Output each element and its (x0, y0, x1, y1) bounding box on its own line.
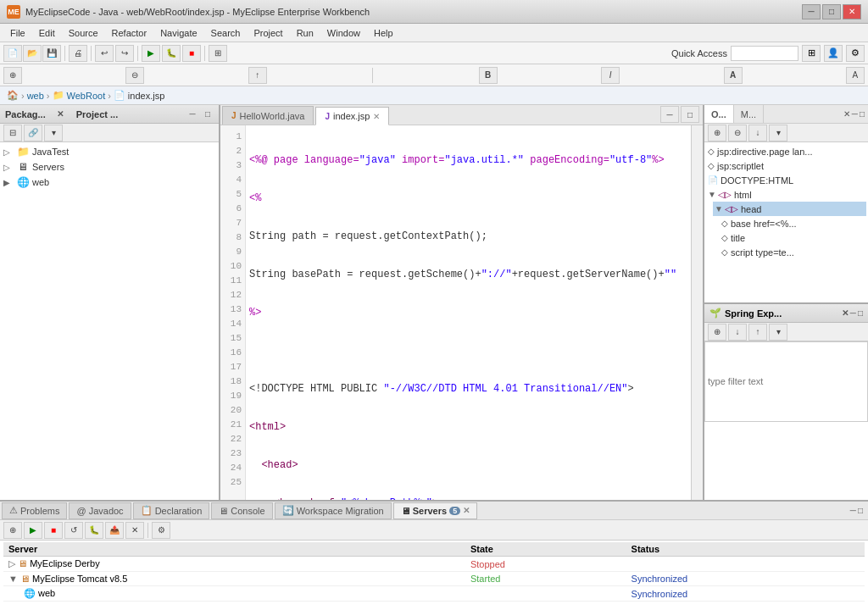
print-button[interactable]: 🖨 (69, 45, 87, 62)
collapse-all-button[interactable]: ⊟ (3, 125, 22, 141)
menu-search[interactable]: Search (204, 26, 248, 40)
stop-button[interactable]: ■ (182, 45, 201, 62)
menu-source[interactable]: Source (62, 26, 105, 40)
bottom-min-btn[interactable]: ─ (850, 506, 856, 515)
toolbar2-aa2[interactable]: A (846, 67, 865, 84)
server-restart-btn[interactable]: ↺ (64, 522, 83, 539)
spring-btn1[interactable]: ⊕ (708, 324, 726, 341)
expand-servers[interactable]: ▷ (3, 163, 15, 172)
spring-close-btn[interactable]: ✕ (842, 308, 849, 318)
tab-close-icon[interactable]: ✕ (373, 112, 380, 121)
outline-item-title[interactable]: ◇ title (720, 230, 866, 245)
tab-console[interactable]: 🖥 Console (211, 502, 272, 519)
spring-btn3[interactable]: ↑ (748, 324, 767, 341)
expand-web[interactable]: ▶ (3, 178, 15, 187)
menu-refactor[interactable]: Refactor (105, 26, 154, 40)
outline-tab-o[interactable]: O... (704, 105, 734, 123)
tab-workspace-migration[interactable]: 🔄 Workspace Migration (275, 502, 392, 519)
server-start-btn[interactable]: ▶ (24, 522, 42, 539)
outline-max-btn[interactable]: □ (860, 109, 865, 119)
toolbar2-btn1[interactable]: ⊕ (3, 67, 22, 84)
undo-button[interactable]: ↩ (95, 45, 114, 62)
server-debug-btn[interactable]: 🐛 (85, 522, 103, 539)
outline-btn4[interactable]: ▾ (769, 125, 787, 141)
tab-declaration[interactable]: 📋 Declaration (133, 502, 210, 519)
editor-minimize[interactable]: ─ (660, 106, 679, 123)
menu-project[interactable]: Project (247, 26, 289, 40)
outline-min-btn[interactable]: ─ (852, 109, 858, 119)
left-panel-close[interactable]: ✕ (54, 108, 66, 120)
menu-window[interactable]: Window (320, 26, 367, 40)
tab-servers[interactable]: 🖥 Servers 5 ✕ (393, 502, 477, 519)
spring-min-btn[interactable]: ─ (850, 308, 856, 318)
expand-javatest[interactable]: ▷ (3, 147, 15, 157)
redo-button[interactable]: ↪ (115, 45, 134, 62)
outline-tab-m[interactable]: M... (734, 105, 764, 123)
outline-item-base[interactable]: ◇ base href=<%... (720, 216, 866, 230)
menu-navigate[interactable]: Navigate (153, 26, 203, 40)
breadcrumb-webroot[interactable]: WebRoot (67, 91, 106, 101)
toolbar2-btn3[interactable]: ↑ (248, 67, 267, 84)
package-tab[interactable]: Packag... (5, 109, 46, 119)
outline-item-head[interactable]: ▼ ◁▷ head (713, 202, 866, 216)
left-panel-maximize[interactable]: □ (202, 108, 214, 120)
left-panel-minimize[interactable]: ─ (186, 108, 198, 120)
quick-access-button[interactable]: ⊞ (802, 45, 821, 62)
outline-item-scriptlet[interactable]: ◇ jsp:scriptlet (706, 158, 866, 173)
menu-edit[interactable]: Edit (32, 26, 62, 40)
server-stop-btn[interactable]: ■ (44, 522, 63, 539)
table-row[interactable]: ▼ 🖥 MyEclipse Tomcat v8.5 Started Synchr… (3, 572, 865, 586)
outline-close-btn[interactable]: ✕ (843, 109, 850, 119)
close-button[interactable]: ✕ (843, 4, 861, 19)
toolbar2-aa1[interactable]: A (724, 67, 743, 84)
server-publish-btn[interactable]: 📤 (105, 522, 124, 539)
spring-btn4[interactable]: ▾ (769, 324, 787, 341)
tab-helloworldjava[interactable]: J HelloWorld.java (222, 106, 314, 125)
user-icon-button[interactable]: 👤 (824, 45, 843, 62)
tree-view-menu[interactable]: ▾ (44, 125, 63, 141)
outline-item-html[interactable]: ▼ ◁▷ html (706, 187, 866, 202)
server-remove-btn[interactable]: ✕ (125, 522, 144, 539)
tree-item-web[interactable]: ▶ 🌐 web (0, 175, 219, 190)
save-button[interactable]: 💾 (42, 45, 61, 62)
tab-problems[interactable]: ⚠ Problems (2, 502, 67, 519)
tab-javadoc[interactable]: @ Javadoc (69, 502, 131, 519)
server-new-btn[interactable]: ⊕ (3, 522, 22, 539)
perspective-button[interactable]: ⊞ (209, 45, 227, 62)
tab-indexjsp[interactable]: J index.jsp ✕ (315, 107, 389, 125)
project-tab[interactable]: Project ... (76, 109, 119, 119)
open-button[interactable]: 📂 (23, 45, 42, 62)
toolbar2-btn2[interactable]: ⊖ (125, 67, 144, 84)
outline-btn3[interactable]: ↓ (748, 125, 767, 141)
outline-btn1[interactable]: ⊕ (708, 125, 726, 141)
spring-filter-input[interactable] (704, 341, 868, 422)
menu-help[interactable]: Help (367, 26, 400, 40)
tomcat-expand-icon[interactable]: ▼ (8, 574, 18, 584)
derby-expand-icon[interactable]: ▷ (8, 558, 15, 568)
quick-access-input[interactable] (731, 46, 798, 61)
servers-tab-close[interactable]: ✕ (463, 506, 470, 515)
outline-btn2[interactable]: ⊖ (728, 125, 747, 141)
table-row[interactable]: ▷ 🖥 MyEclipse Derby Stopped (3, 557, 865, 572)
menu-file[interactable]: File (3, 26, 32, 40)
settings-icon-button[interactable]: ⚙ (846, 45, 865, 62)
editor-maximize[interactable]: □ (681, 106, 699, 123)
bottom-max-btn[interactable]: □ (858, 506, 863, 515)
menu-run[interactable]: Run (290, 26, 320, 40)
head-expand-icon[interactable]: ▼ (715, 204, 723, 214)
maximize-button[interactable]: □ (822, 4, 841, 19)
link-editor-button[interactable]: 🔗 (24, 125, 42, 141)
toolbar2-bold[interactable]: B (479, 67, 498, 84)
minimize-button[interactable]: ─ (802, 4, 821, 19)
tree-item-servers[interactable]: ▷ 🖥 Servers (0, 159, 219, 175)
table-row[interactable]: 🌐 web Synchronized (3, 586, 865, 602)
breadcrumb-web[interactable]: web (27, 91, 44, 101)
debug-button[interactable]: 🐛 (162, 45, 181, 62)
spring-max-btn[interactable]: □ (858, 308, 863, 318)
new-button[interactable]: 📄 (3, 45, 22, 62)
run-button[interactable]: ▶ (142, 45, 160, 62)
tree-item-javatest[interactable]: ▷ 📁 JavaTest (0, 144, 219, 159)
html-expand-icon[interactable]: ▼ (708, 190, 716, 199)
outline-item-script[interactable]: ◇ script type=te... (720, 245, 866, 259)
server-settings-btn[interactable]: ⚙ (152, 522, 170, 539)
